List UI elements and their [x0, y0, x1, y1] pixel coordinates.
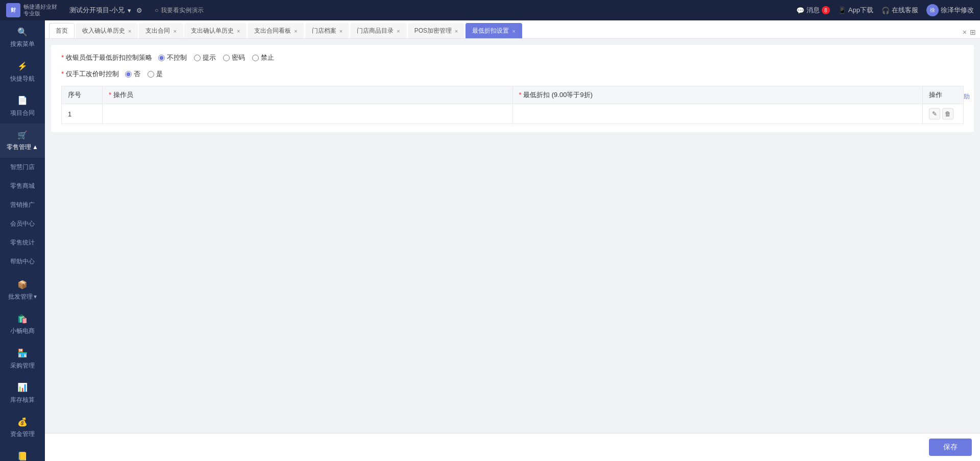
topbar-right: 💬 消息 8 📱 App下载 🎧 在线客服 徐 徐泽华修改	[796, 4, 974, 16]
radio-yes-input[interactable]	[148, 71, 154, 78]
tab-label: 最低折扣设置	[472, 27, 509, 35]
sidebar-item-inventory[interactable]: 📊 库存核算	[0, 376, 45, 410]
form-card: 收银员低于最低折扣控制策略 不控制 提示 密码	[51, 45, 974, 132]
manual-price-label: 仅手工改价时控制	[61, 69, 119, 79]
online-service-button[interactable]: 🎧 在线客服	[881, 6, 918, 15]
tab-close-icon[interactable]: ×	[237, 28, 240, 34]
project-selector[interactable]: 测试分开项目-小兄 ▾ ⚙	[69, 6, 142, 15]
sidebar-item-search[interactable]: 🔍 搜索菜单	[0, 20, 45, 55]
tabbar: 首页 收入确认单历史 × 支出合同 × 支出确认单历史 × 支出合同看板 × 门…	[45, 20, 980, 39]
tab-close-icon[interactable]: ×	[512, 28, 515, 34]
operator-input[interactable]	[109, 110, 506, 118]
sidebar-item-finance[interactable]: 💰 资金管理	[0, 410, 45, 445]
message-icon: 💬	[796, 7, 804, 14]
tab-close-all-icon[interactable]: ×	[963, 28, 967, 36]
sidebar-item-ledger[interactable]: 📒 总账管理	[0, 445, 45, 461]
radio-password[interactable]: 密码	[223, 53, 245, 62]
radio-forbid-label: 禁止	[261, 53, 274, 62]
sidebar-item-shortcuts[interactable]: ⚡ 快捷导航	[0, 55, 45, 89]
tab-close-icon[interactable]: ×	[173, 28, 176, 34]
tab-store-goods[interactable]: 门店商品目录 ×	[350, 23, 406, 38]
money-icon: 💰	[17, 417, 28, 428]
tab-payment-confirm[interactable]: 支出确认单历史 ×	[184, 23, 247, 38]
radio-no-control-input[interactable]	[158, 55, 165, 61]
col-operator: 操作员	[103, 86, 513, 104]
radio-password-input[interactable]	[223, 55, 230, 61]
discount-strategy-radio-group: 不控制 提示 密码 禁止	[158, 53, 274, 62]
radio-remind[interactable]: 提示	[194, 53, 216, 62]
discount-table-container: 序号 操作员 最低折扣 (9.00等于9折) 操作 1	[61, 86, 964, 124]
sidebar-item-retail-stats[interactable]: 零售统计	[0, 233, 45, 252]
shopping-icon: 🛍️	[17, 313, 28, 325]
sidebar-item-marketing[interactable]: 营销推广	[0, 196, 45, 214]
radio-no-input[interactable]	[125, 71, 132, 78]
sidebar-item-retail[interactable]: 🛒 零售管理 ▲	[0, 124, 45, 158]
sidebar-item-purchase[interactable]: 🏪 采购管理	[0, 342, 45, 376]
cell-operator[interactable]	[103, 104, 513, 124]
sidebar-item-label: 小畅电商	[10, 327, 35, 335]
tab-expand-icon[interactable]: ⊞	[970, 28, 976, 36]
min-discount-input[interactable]	[519, 110, 917, 118]
sidebar-item-membership[interactable]: 会员中心	[0, 214, 45, 233]
row-actions: ✎ 🗑	[929, 108, 957, 119]
sidebar-item-label: 资金管理	[10, 430, 35, 439]
sidebar-item-wholesale[interactable]: 📦 批发管理 ▾	[0, 273, 45, 307]
discount-table: 序号 操作员 最低折扣 (9.00等于9折) 操作 1	[61, 86, 964, 124]
radio-remind-input[interactable]	[194, 55, 201, 61]
sidebar-item-smart-store[interactable]: 智慧门店	[0, 158, 45, 177]
tab-close-icon[interactable]: ×	[339, 28, 342, 34]
home-tab-label: 首页	[56, 27, 68, 35]
ledger-icon: 📒	[17, 451, 28, 461]
cell-min-discount[interactable]	[512, 104, 923, 124]
sidebar-item-label: 搜索菜单	[10, 40, 35, 48]
sidebar-item-retail-mall[interactable]: 零售商城	[0, 177, 45, 196]
radio-forbid-input[interactable]	[252, 55, 259, 61]
chart-icon: 📊	[17, 382, 28, 393]
manual-price-row: 仅手工改价时控制 否 是	[61, 69, 964, 79]
radio-forbid[interactable]: 禁止	[252, 53, 274, 62]
user-info[interactable]: 徐 徐泽华修改	[926, 4, 974, 16]
radio-no[interactable]: 否	[125, 69, 140, 79]
table-header-row: 序号 操作员 最低折扣 (9.00等于9折) 操作	[62, 86, 964, 104]
sidebar-item-help[interactable]: 帮助中心	[0, 252, 45, 271]
sidebar-item-ecommerce[interactable]: 🛍️ 小畅电商	[0, 307, 45, 342]
manual-price-radio-group: 否 是	[125, 69, 163, 79]
message-button[interactable]: 💬 消息 8	[796, 6, 830, 15]
settings-icon[interactable]: ⚙	[136, 7, 142, 14]
tab-store-file[interactable]: 门店档案 ×	[305, 23, 349, 38]
tab-pos-password[interactable]: POS加密管理 ×	[408, 23, 465, 38]
col-actions: 操作	[923, 86, 964, 104]
tab-label: 门店商品目录	[357, 27, 394, 35]
radio-no-control[interactable]: 不控制	[158, 53, 187, 62]
edit-row-button[interactable]: ✎	[929, 108, 940, 119]
tab-close-icon[interactable]: ×	[294, 28, 297, 34]
radio-yes[interactable]: 是	[148, 69, 163, 79]
tab-close-icon[interactable]: ×	[397, 28, 400, 34]
col-min-discount: 最低折扣 (9.00等于9折)	[512, 86, 923, 104]
radio-password-label: 密码	[232, 53, 245, 62]
save-button[interactable]: 保存	[929, 439, 972, 456]
search-icon: 🔍	[17, 27, 28, 38]
tab-min-discount[interactable]: 最低折扣设置 ×	[465, 23, 522, 38]
tab-close-icon[interactable]: ×	[128, 28, 131, 34]
delete-row-button[interactable]: 🗑	[942, 108, 953, 119]
circle-icon: ○	[155, 7, 158, 14]
tab-home[interactable]: 首页	[49, 23, 75, 38]
tabbar-actions: × ⊞	[963, 28, 976, 38]
tab-payment-board[interactable]: 支出合同看板 ×	[248, 23, 304, 38]
tab-payment-contract[interactable]: 支出合同 ×	[139, 23, 183, 38]
tab-label: 支出合同	[145, 27, 170, 35]
demo-link[interactable]: ○ 我要看实例演示	[155, 6, 203, 15]
app-download-button[interactable]: 📱 App下载	[838, 6, 873, 15]
flash-icon: ⚡	[17, 61, 28, 72]
col-seq: 序号	[62, 86, 103, 104]
main-layout: 🔍 搜索菜单 ⚡ 快捷导航 📄 项目合同 🛒 零售管理 ▲ 智慧门店 零售商城 …	[0, 20, 980, 461]
project-name: 测试分开项目-小兄	[69, 6, 125, 15]
store-icon: 🏪	[17, 348, 28, 359]
radio-remind-label: 提示	[203, 53, 216, 62]
tab-income-confirm[interactable]: 收入确认单历史 ×	[76, 23, 138, 38]
tab-close-icon[interactable]: ×	[455, 28, 458, 34]
username: 徐泽华修改	[941, 6, 974, 15]
sidebar-item-contracts[interactable]: 📄 项目合同	[0, 89, 45, 123]
radio-yes-label: 是	[156, 69, 163, 79]
